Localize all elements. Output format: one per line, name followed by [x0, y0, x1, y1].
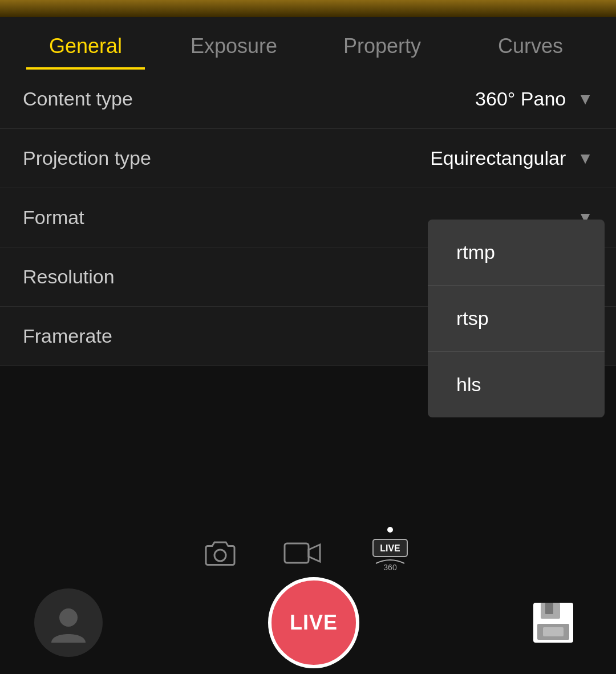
- svg-rect-10: [543, 627, 564, 636]
- dropdown-option-hls[interactable]: hls: [428, 352, 605, 417]
- svg-point-5: [59, 608, 78, 627]
- tab-property[interactable]: Property: [308, 17, 456, 70]
- dropdown-option-rtmp[interactable]: rtmp: [428, 220, 605, 286]
- live-dot: [387, 527, 393, 533]
- tab-curves[interactable]: Curves: [456, 17, 605, 70]
- projection-type-value: Equirectangular: [430, 147, 566, 169]
- content-type-row[interactable]: Content type 360° Pano ▼: [0, 70, 616, 129]
- svg-text:LIVE: LIVE: [380, 543, 400, 553]
- projection-type-row[interactable]: Projection type Equirectangular ▼: [0, 129, 616, 188]
- format-dropdown: rtmp rtsp hls: [428, 220, 605, 417]
- content-type-arrow: ▼: [577, 90, 593, 108]
- save-button[interactable]: [525, 594, 582, 651]
- camera-preview: [0, 0, 616, 17]
- svg-text:360: 360: [383, 563, 397, 571]
- svg-point-0: [214, 550, 226, 561]
- content-type-value: 360° Pano: [475, 88, 566, 110]
- live360-icon-button[interactable]: LIVE 360: [367, 535, 413, 571]
- projection-type-label: Projection type: [23, 147, 430, 169]
- bottom-controls: LIVE: [0, 571, 616, 674]
- projection-type-arrow: ▼: [577, 149, 593, 168]
- tab-bar: General Exposure Property Curves: [0, 17, 616, 70]
- tab-general[interactable]: General: [11, 17, 160, 70]
- dropdown-option-rtsp[interactable]: rtsp: [428, 286, 605, 352]
- svg-rect-8: [545, 603, 553, 614]
- svg-rect-1: [285, 543, 309, 563]
- live-record-button[interactable]: LIVE: [268, 577, 359, 668]
- camera-icon-button[interactable]: [203, 538, 237, 569]
- bottom-toolbar: LIVE 360: [0, 535, 616, 571]
- profile-avatar[interactable]: [34, 588, 103, 657]
- video-icon-button[interactable]: [283, 539, 322, 567]
- content-type-label: Content type: [23, 88, 475, 110]
- tab-exposure[interactable]: Exposure: [160, 17, 308, 70]
